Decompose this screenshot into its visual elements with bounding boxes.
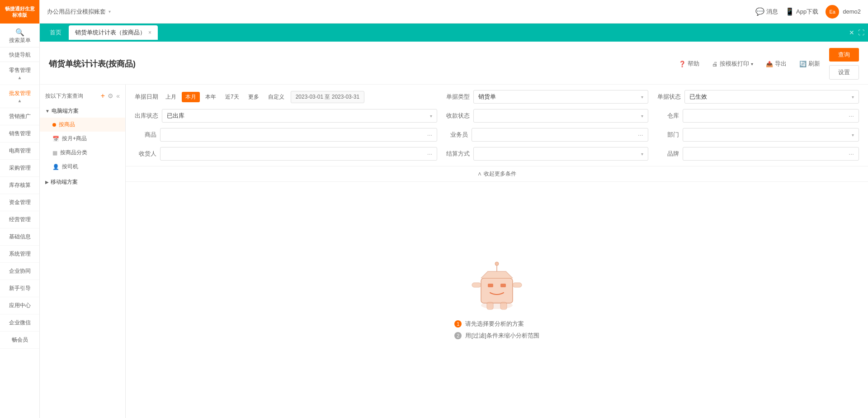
scheme-group-title-1[interactable]: ▶移动端方案 bbox=[40, 176, 125, 189]
message-btn[interactable]: 💬 消息 bbox=[755, 7, 778, 16]
sidebar-item-13[interactable]: 应用中心 bbox=[0, 297, 39, 314]
filter-group-salesperson: 业务员 ··· bbox=[446, 128, 648, 142]
scheme-item-0-3[interactable]: 👤按司机 bbox=[40, 160, 125, 174]
sidebar-menu-list: 零售管理▲批发管理▲营销推广销售管理电商管理采购管理库存核算资金管理经营管理基础… bbox=[0, 62, 39, 349]
export-btn[interactable]: 📤 导出 bbox=[762, 58, 790, 70]
logo-text: 畅捷通好生意 标准版 bbox=[5, 5, 35, 19]
warehouse-control[interactable]: ··· bbox=[683, 109, 859, 123]
collapse-bar[interactable]: ∧ 收起更多条件 bbox=[126, 166, 868, 182]
scheme-group-title-0[interactable]: ▼电脑端方案 bbox=[40, 104, 125, 118]
collapse-label: ∧ 收起更多条件 bbox=[477, 171, 516, 177]
sidebar-quick-nav[interactable]: 快捷导航 bbox=[0, 48, 39, 62]
tab-window-controls: ✕ ⛶ bbox=[849, 29, 864, 36]
date-range-display[interactable]: 2023-03-01 至 2023-03-31 bbox=[291, 91, 364, 103]
help-icon: ❓ bbox=[679, 61, 686, 67]
empty-tip-1: 1 请先选择要分析的方案 bbox=[454, 320, 539, 328]
scheme-settings-btn[interactable]: ⚙ bbox=[108, 92, 113, 100]
date-btn-7days[interactable]: 近7天 bbox=[222, 92, 243, 102]
date-btn-custom[interactable]: 自定义 bbox=[264, 92, 288, 102]
sidebar-item-6[interactable]: 库存核算 bbox=[0, 177, 39, 194]
scheme-add-btn[interactable]: + bbox=[101, 92, 105, 100]
filter-group-brand: 品牌 ··· bbox=[657, 147, 859, 161]
sidebar-item-label-2: 营销推广 bbox=[9, 113, 31, 120]
refresh-btn[interactable]: 🔄 刷新 bbox=[796, 58, 824, 70]
salesperson-label: 业务员 bbox=[446, 131, 472, 139]
tab-home[interactable]: 首页 bbox=[43, 25, 68, 40]
scheme-item-icon-0-1: 📅 bbox=[52, 136, 59, 142]
sidebar-item-12[interactable]: 新手引导 bbox=[0, 280, 39, 297]
date-btn-more[interactable]: 更多 bbox=[245, 92, 263, 102]
message-icon: 💬 bbox=[755, 7, 764, 16]
user-avatar-btn[interactable]: Ea demo2 bbox=[826, 5, 861, 19]
industry-label: 办公用品行业模拟账套 bbox=[47, 8, 106, 16]
scheme-collapse-btn[interactable]: « bbox=[116, 92, 120, 100]
sidebar-item-4[interactable]: 电商管理 bbox=[0, 142, 39, 160]
svg-rect-4 bbox=[500, 284, 506, 287]
empty-tip-2: 2 用[过滤]条件来缩小分析范围 bbox=[454, 332, 539, 340]
scheme-item-icon-0-2: ▦ bbox=[52, 150, 57, 156]
scheme-item-0-2[interactable]: ▦按商品分类 bbox=[40, 146, 125, 160]
dept-control[interactable]: ▾ bbox=[683, 128, 859, 142]
sidebar-item-label-0: 零售管理 bbox=[9, 66, 31, 74]
print-btn[interactable]: 🖨 按模板打印 bbox=[708, 58, 757, 70]
sidebar-item-3[interactable]: 销售管理 bbox=[0, 125, 39, 142]
delivery-control[interactable]: 已出库 ▾ bbox=[162, 109, 437, 123]
empty-tip-text-1: 请先选择要分析的方案 bbox=[465, 320, 524, 328]
sidebar-item-1[interactable]: 批发管理▲ bbox=[0, 85, 39, 108]
status-value: 已生效 bbox=[689, 93, 707, 101]
tab-current[interactable]: 销货单统计计表（按商品） × bbox=[69, 25, 158, 40]
scheme-group-0: ▼电脑端方案按商品📅按月+商品▦按商品分类👤按司机 bbox=[40, 104, 125, 174]
payment-control[interactable]: ▾ bbox=[473, 109, 648, 123]
delivery-label: 出库状态 bbox=[135, 112, 162, 120]
date-btn-this-year[interactable]: 本年 bbox=[202, 92, 220, 102]
sidebar-item-10[interactable]: 系统管理 bbox=[0, 246, 39, 263]
dept-label: 部门 bbox=[657, 131, 683, 139]
industry-selector[interactable]: 办公用品行业模拟账套 ▾ bbox=[47, 8, 111, 16]
app-download-btn[interactable]: 📱 App下载 bbox=[785, 7, 818, 16]
filter-group-recipient: 收货人 ··· bbox=[135, 147, 437, 161]
recipient-control[interactable]: ··· bbox=[160, 147, 437, 161]
sidebar-item-14[interactable]: 企业微信 bbox=[0, 314, 39, 332]
sidebar-search[interactable]: 🔍 搜索菜单 bbox=[0, 24, 39, 48]
svg-rect-1 bbox=[481, 278, 513, 303]
settlement-control[interactable]: ▾ bbox=[473, 147, 648, 161]
window-expand-icon[interactable]: ⛶ bbox=[858, 29, 864, 36]
date-btn-this-month[interactable]: 本月 bbox=[182, 92, 200, 102]
sidebar-item-label-8: 经营管理 bbox=[9, 216, 31, 223]
content-wrapper: 按以下方案查询 + ⚙ « ▼电脑端方案按商品📅按月+商品▦按商品分类👤按司机▶… bbox=[40, 85, 868, 418]
sidebar-item-11[interactable]: 企业协同 bbox=[0, 263, 39, 280]
sidebar-item-8[interactable]: 经营管理 bbox=[0, 211, 39, 228]
scheme-item-0-1[interactable]: 📅按月+商品 bbox=[40, 132, 125, 146]
sidebar-item-label-5: 采购管理 bbox=[9, 164, 31, 172]
sidebar-item-5[interactable]: 采购管理 bbox=[0, 160, 39, 177]
sidebar-item-label-12: 新手引导 bbox=[9, 285, 31, 292]
empty-illustration bbox=[470, 260, 524, 314]
sidebar-item-9[interactable]: 基础信息 bbox=[0, 228, 39, 246]
sidebar-item-15[interactable]: 畅会员 bbox=[0, 332, 39, 349]
sidebar-item-2[interactable]: 营销推广 bbox=[0, 108, 39, 125]
delivery-value: 已出库 bbox=[167, 112, 184, 120]
sidebar-item-7[interactable]: 资金管理 bbox=[0, 194, 39, 211]
brand-control[interactable]: ··· bbox=[683, 147, 859, 161]
salesperson-control[interactable]: ··· bbox=[472, 128, 648, 142]
window-close-icon[interactable]: ✕ bbox=[849, 29, 854, 36]
settings-button[interactable]: 设置 bbox=[829, 65, 859, 80]
query-button[interactable]: 查询 bbox=[829, 48, 859, 62]
goods-control[interactable]: ··· bbox=[160, 128, 437, 142]
sidebar-item-label-15: 畅会员 bbox=[12, 336, 28, 344]
scheme-item-0-0[interactable]: 按商品 bbox=[40, 118, 125, 132]
filter-area: 单据日期 上月 本月 本年 近7天 更多 自定义 20 bbox=[126, 85, 868, 166]
sidebar-item-label-4: 电商管理 bbox=[9, 147, 31, 155]
status-filter-control[interactable]: 已生效 ▾ bbox=[684, 90, 859, 104]
settlement-label: 结算方式 bbox=[446, 150, 473, 158]
type-filter-control[interactable]: 销货单 ▾ bbox=[473, 90, 648, 104]
help-btn[interactable]: ❓ 帮助 bbox=[675, 58, 703, 70]
scheme-group-1: ▶移动端方案 bbox=[40, 176, 125, 189]
tab-close-icon[interactable]: × bbox=[148, 30, 151, 35]
sidebar: 畅捷通好生意 标准版 🔍 搜索菜单 快捷导航 零售管理▲批发管理▲营销推广销售管… bbox=[0, 0, 40, 418]
warehouse-label: 仓库 bbox=[657, 112, 683, 120]
sidebar-item-0[interactable]: 零售管理▲ bbox=[0, 62, 39, 85]
date-btn-last-month[interactable]: 上月 bbox=[162, 92, 180, 102]
tip-num-1: 1 bbox=[454, 320, 462, 328]
payment-dropdown-icon: ▾ bbox=[641, 114, 643, 119]
